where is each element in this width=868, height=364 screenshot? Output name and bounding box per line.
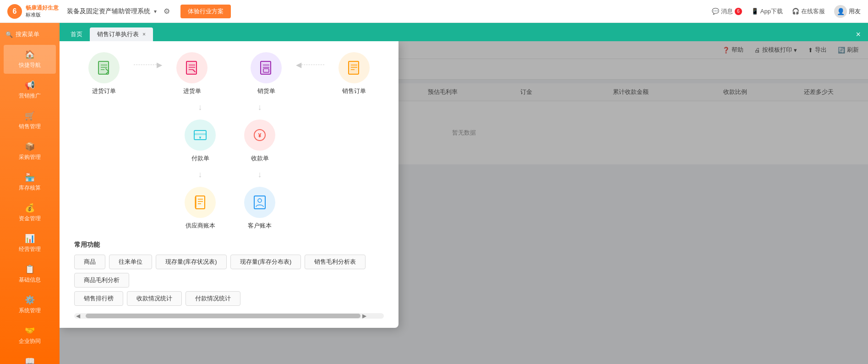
- purchase-order-label: 进货订单: [92, 87, 116, 95]
- sidebar-item-marketing[interactable]: 📢 营销推广: [4, 76, 56, 104]
- flow-node-receipt[interactable]: ¥ 收款单: [230, 120, 289, 163]
- message-badge: 6: [735, 8, 742, 15]
- tab-close-button[interactable]: ×: [142, 31, 146, 38]
- customer-ledger-circle: [244, 187, 275, 218]
- experience-button[interactable]: 体验行业方案: [180, 5, 231, 18]
- search-icon: 🔍: [5, 31, 13, 38]
- logo-area: 6 畅康通好生意 标准版: [7, 4, 67, 19]
- system-dropdown-button[interactable]: ▾: [154, 8, 157, 15]
- user-area[interactable]: 👤 用友: [834, 5, 861, 18]
- tab-label: 销售订单执行表: [97, 30, 139, 38]
- sidebar-item-sales[interactable]: 🛒 销售管理: [4, 106, 56, 135]
- scroll-left-button[interactable]: ◀: [74, 313, 82, 319]
- svg-rect-15: [349, 61, 359, 74]
- sidebar-item-quick-nav[interactable]: 🏠 快捷导航: [4, 45, 56, 74]
- receipt-circle: ¥: [244, 120, 275, 151]
- func-btn-stock-dist[interactable]: 现存量(库存分布表): [230, 255, 301, 269]
- purchase-bill-label: 进货单: [183, 87, 201, 95]
- sidebar-item-label: 基础信息: [19, 276, 41, 284]
- func-btn-stock-status[interactable]: 现存量(库存状况表): [156, 255, 227, 269]
- sidebar-item-inventory[interactable]: 🏪 库存核算: [4, 168, 56, 196]
- quick-nav-modal: 进货订单 ▶: [60, 41, 399, 328]
- tab-bar-close-button[interactable]: ×: [852, 28, 864, 41]
- sidebar-item-purchase[interactable]: 📦 采购管理: [4, 137, 56, 166]
- svg-text:¥: ¥: [258, 132, 262, 139]
- func-btn-sales-gross[interactable]: 销售毛利分析表: [305, 255, 366, 269]
- flow-node-sales-bill[interactable]: 销货单: [236, 52, 296, 95]
- arrow-purchase-order-to-bill: ▶: [134, 60, 162, 87]
- app-download-button[interactable]: 📱 App下载: [751, 7, 783, 16]
- search-menu-label: 搜索菜单: [16, 30, 39, 38]
- sidebar-item-operations[interactable]: 📊 经营管理: [4, 229, 56, 258]
- svg-rect-25: [196, 196, 205, 209]
- spacer-arrow2: [289, 103, 326, 112]
- spacer2-arrow2: [289, 170, 326, 179]
- flow-node-customer-ledger[interactable]: 客户账本: [230, 187, 289, 230]
- spacer2-left: [74, 170, 134, 179]
- sidebar-item-label: 库存核算: [19, 184, 41, 192]
- sales-bill-circle: [251, 52, 282, 83]
- online-service-label: 在线客服: [801, 7, 825, 16]
- sidebar-item-enterprise[interactable]: 🤝 企业协同: [4, 321, 56, 350]
- sidebar-item-system[interactable]: ⚙️ 系统管理: [4, 290, 56, 319]
- sales-bill-label: 销货单: [257, 87, 275, 95]
- sidebar-item-newbie[interactable]: 📖 新手引导: [4, 352, 56, 364]
- func-btn-payment-stats[interactable]: 付款情况统计: [186, 291, 240, 306]
- tab-home[interactable]: 首页: [63, 27, 90, 41]
- spacer-arrow-area: [134, 103, 170, 112]
- search-menu-button[interactable]: 🔍 搜索菜单: [0, 27, 60, 42]
- header-right: 💬 消息 6 📱 App下载 🎧 在线客服 👤 用友: [712, 5, 861, 18]
- sidebar-item-label: 经营管理: [19, 245, 41, 253]
- func-btn-partner[interactable]: 往来单位: [109, 255, 152, 269]
- purchase-order-circle: [88, 52, 120, 83]
- flow-node-purchase-order[interactable]: 进货订单: [74, 52, 134, 95]
- sidebar-item-label: 资金管理: [19, 215, 41, 223]
- func-btn-sales-rank[interactable]: 销售排行榜: [74, 291, 123, 306]
- customer-ledger-label: 客户账本: [248, 222, 272, 230]
- func-btn-product-gross[interactable]: 商品毛利分析: [74, 273, 129, 288]
- svg-point-31: [258, 199, 262, 202]
- flow-node-payment[interactable]: ¥ 付款单: [170, 120, 230, 163]
- quick-nav-icon: 🏠: [25, 49, 35, 60]
- flow-node-purchase-bill[interactable]: 进货单: [162, 52, 222, 95]
- user-name: 用友: [849, 7, 861, 16]
- svg-text:¥: ¥: [199, 136, 202, 140]
- purchase-icon: 📦: [25, 141, 35, 152]
- message-button[interactable]: 💬 消息 6: [712, 7, 742, 16]
- func-btn-product[interactable]: 商品: [74, 255, 105, 269]
- brand-sub: 标准版: [26, 11, 59, 18]
- spacer2-right: [326, 170, 386, 179]
- flow-diagram: 进货订单 ▶: [74, 52, 384, 230]
- svg-rect-21: [194, 133, 206, 135]
- scroll-right-button[interactable]: ▶: [360, 313, 368, 319]
- flow-node-sales-order[interactable]: 销售订单: [324, 52, 384, 95]
- sidebar-item-finance[interactable]: 💰 资金管理: [4, 198, 56, 227]
- sidebar-item-basic[interactable]: 📋 基础信息: [4, 260, 56, 288]
- flow-node-supplier-ledger[interactable]: 供应商账本: [170, 187, 230, 230]
- purchase-bill-circle: [176, 52, 207, 83]
- spacer-left: [74, 103, 134, 112]
- message-icon: 💬: [712, 8, 719, 15]
- modal-scrollbar: ◀ ▶: [74, 313, 384, 319]
- svg-rect-26: [195, 197, 197, 208]
- newbie-icon: 📖: [25, 356, 35, 364]
- sales-order-label: 销售订单: [342, 87, 366, 95]
- func-btn-receipt-stats[interactable]: 收款情况统计: [127, 291, 182, 306]
- page-content: ❓ 帮助 🖨 按模板打印 ▾ ⬆ 导出 🔄 刷新: [60, 41, 868, 364]
- svg-rect-0: [98, 61, 109, 74]
- online-service-button[interactable]: 🎧 在线客服: [792, 7, 825, 16]
- scrollbar-thumb[interactable]: [86, 314, 360, 318]
- function-buttons: 商品 往来单位 现存量(库存状况表) 现存量(库存分布表) 销售毛利分析表 商品…: [74, 255, 384, 288]
- system-settings-button[interactable]: ⚙: [160, 5, 173, 18]
- down-arrow-payment: ↓: [170, 170, 230, 179]
- sales-icon: 🛒: [25, 111, 35, 121]
- function-buttons-row2: 销售排行榜 收款情况统计 付款情况统计: [74, 291, 384, 306]
- top-header: 6 畅康通好生意 标准版 装备及固定资产辅助管理系统 ▾ ⚙ 体验行业方案 💬 …: [0, 0, 868, 23]
- down-arrow-receipt: ↓: [230, 170, 289, 179]
- sidebar-item-label: 营销推广: [19, 92, 41, 100]
- enterprise-icon: 🤝: [25, 326, 35, 336]
- flow-row-2: ¥ 付款单 ¥: [74, 120, 384, 163]
- tab-sales-execution[interactable]: 销售订单执行表 ×: [90, 27, 153, 41]
- app-download-icon: 📱: [751, 8, 759, 15]
- message-label: 消息: [721, 7, 733, 16]
